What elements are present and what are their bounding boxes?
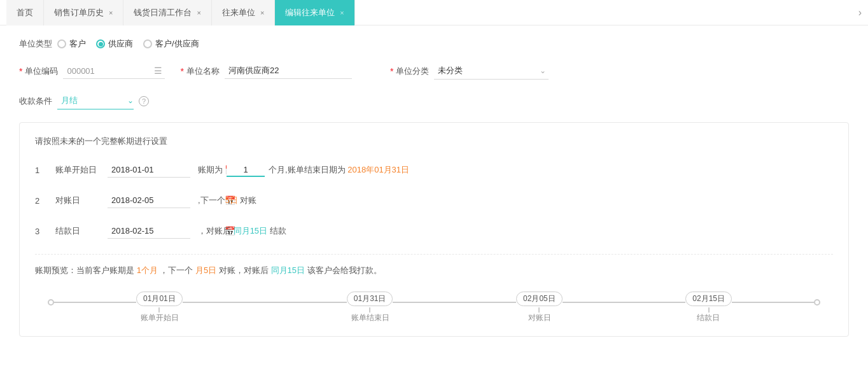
tl-label-text-2: 账单结束日 [351, 313, 389, 323]
tab-sales-history[interactable]: 销售订单历史 × [44, 0, 123, 25]
radio-both[interactable]: 客户/供应商 [143, 38, 199, 50]
tl-label-4: 结款日 [686, 313, 731, 323]
radio-both-circle [143, 39, 152, 48]
category-chevron-icon: ⌄ [537, 66, 549, 75]
preview-part4: 对账，对账后 [219, 265, 269, 275]
tl-node-2: 01月31日 [347, 292, 393, 313]
tl-line-3 [393, 302, 516, 303]
timeline-labels-row: 账单开始日 账单结束日 对账日 结款日 [35, 313, 833, 323]
card-header: 请按照未来的一个完整帐期进行设置 [35, 136, 833, 147]
code-input-wrap: ☰ [63, 64, 165, 79]
code-copy-icon[interactable]: ☰ [151, 66, 165, 76]
tab-partner-label: 往来单位 [222, 7, 255, 18]
tl-node-3-stem [538, 307, 540, 313]
tab-partner[interactable]: 往来单位 × [212, 0, 275, 25]
tab-sales-history-close[interactable]: × [109, 9, 113, 17]
tab-home-label: 首页 [17, 7, 33, 18]
tl-label-text-3: 对账日 [528, 313, 551, 323]
timeline-row: 01月01日 01月31日 02月05日 [35, 292, 833, 313]
period-row-2: 2 对账日 📅 ,下一个 5日 对账 [35, 193, 833, 208]
category-select[interactable]: 未分类 ⌄ [434, 62, 549, 80]
unit-type-label: 单位类型 [19, 38, 52, 50]
tabs-bar: 首页 销售订单历史 × 钱货日清工作台 × 往来单位 × 编辑往来单位 × › [0, 0, 868, 25]
tl-start-dot [48, 299, 54, 306]
tl-label-text-4: 结款日 [697, 313, 720, 323]
unit-type-radio-group: 客户 供应商 客户/供应商 [57, 38, 199, 50]
tab-edit-partner-close[interactable]: × [340, 9, 344, 17]
preview-part2: ，下一个 [160, 265, 193, 275]
tab-cash-work-label: 钱货日清工作台 [134, 7, 192, 18]
period-row-3: 3 结款日 📅 ，对账后 同月15日 结款 [35, 223, 833, 239]
tl-node-2-stem [369, 307, 370, 313]
radio-supplier-label: 供应商 [108, 38, 133, 50]
radio-both-label: 客户/供应商 [155, 38, 199, 50]
period-desc-suffix-1: 个月,账单结束日期为 [269, 164, 347, 176]
period-month-input[interactable] [227, 164, 265, 177]
tl-label-text-1: 账单开始日 [141, 313, 179, 323]
code-label: 单位编码 [25, 66, 58, 77]
radio-supplier-circle [96, 39, 105, 48]
tl-end-dot [814, 299, 820, 306]
period-desc-prefix-1: 账期为 [198, 164, 223, 176]
radio-customer-circle [57, 39, 66, 48]
period-card: 请按照未来的一个完整帐期进行设置 1 账单开始日 📅 账期为 个月,账单结束日期… [19, 122, 849, 337]
payment-select[interactable]: 月结 ⌄ [57, 92, 134, 109]
preview-text: 账期预览：当前客户账期是 1个月 ，下一个 月5日 对账，对账后 同月15日 该… [35, 265, 833, 276]
period-date-wrap-2: 📅 [108, 193, 190, 208]
radio-customer-label: 客户 [69, 38, 86, 50]
tab-edit-partner-label: 编辑往来单位 [285, 7, 335, 18]
radio-supplier[interactable]: 供应商 [96, 38, 133, 50]
period-num-3: 3 [35, 227, 48, 236]
category-required-star: * [390, 66, 393, 76]
period-num-2: 2 [35, 196, 48, 206]
period-num-1: 1 [35, 165, 48, 175]
tl-node-1: 01月01日 [136, 292, 183, 313]
unit-type-row: 单位类型 客户 供应商 客户/供应商 [19, 38, 849, 50]
tab-expand-icon[interactable]: › [852, 7, 868, 18]
tl-line-2 [183, 302, 347, 303]
tab-home[interactable]: 首页 [6, 0, 44, 25]
tl-node-4: 02月15日 [685, 292, 732, 313]
period-label-1: 账单开始日 [55, 164, 100, 176]
tab-sales-history-label: 销售订单历史 [54, 7, 104, 18]
period-label-3: 结款日 [55, 225, 100, 237]
period-desc-3a: ，对账后 [198, 225, 234, 237]
page-content: 单位类型 客户 供应商 客户/供应商 * 单位编码 ☰ * 单位名称 * [0, 25, 868, 387]
preview-part1: 1个月 [137, 265, 158, 275]
tl-node-3: 02月05日 [516, 292, 563, 313]
category-label: 单位分类 [396, 66, 429, 77]
period-label-2: 对账日 [55, 195, 100, 206]
tab-edit-partner[interactable]: 编辑往来单位 × [275, 0, 354, 25]
tl-label-2: 账单结束日 [348, 313, 393, 323]
tab-partner-close[interactable]: × [260, 9, 264, 17]
code-input[interactable] [63, 64, 151, 78]
period-desc-2a: ,下一个 [198, 195, 225, 206]
name-required-star: * [180, 66, 183, 76]
radio-customer[interactable]: 客户 [57, 38, 86, 50]
tl-line-end [732, 302, 814, 303]
preview-part5: 同月15日 [271, 265, 305, 275]
payment-value: 月结 [57, 92, 127, 109]
payment-row: 收款条件 月结 ⌄ ? [19, 92, 849, 109]
tl-node-1-stem [158, 307, 160, 313]
tl-line-1 [54, 302, 136, 303]
preview-part6: 该客户会给我打款。 [307, 265, 382, 275]
tab-cash-work[interactable]: 钱货日清工作台 × [123, 0, 211, 25]
payment-help-icon[interactable]: ? [139, 96, 149, 106]
tl-badge-4: 02月15日 [685, 292, 732, 306]
period-desc-3c: 结款 [267, 225, 286, 237]
period-row-1: 1 账单开始日 📅 账期为 个月,账单结束日期为 2018年01月31日 [35, 162, 833, 178]
tab-cash-work-close[interactable]: × [197, 9, 200, 17]
tl-badge-3: 02月05日 [516, 292, 563, 306]
code-required-star: * [19, 66, 22, 76]
name-input[interactable] [225, 64, 352, 79]
tl-badge-2: 01月31日 [347, 292, 393, 306]
code-name-category-row: * 单位编码 ☰ * 单位名称 * 单位分类 未分类 ⌄ [19, 62, 849, 80]
period-date-wrap-3: 📅 [108, 223, 190, 239]
tl-label-3: 对账日 [517, 313, 562, 323]
tl-badge-1: 01月01日 [136, 292, 183, 306]
preview-part3: 月5日 [195, 265, 216, 275]
payment-chevron-icon: ⌄ [127, 96, 134, 105]
period-date-wrap-1: 📅 [108, 162, 190, 178]
payment-label: 收款条件 [19, 95, 52, 107]
